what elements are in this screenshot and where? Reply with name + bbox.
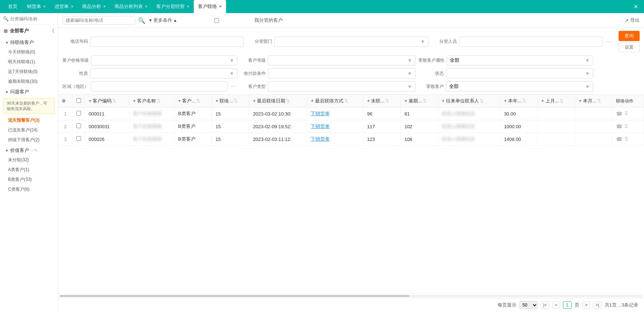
row-checkbox[interactable] [76,111,81,116]
more-conditions-button[interactable]: ▼ 更多条件 ▲ [148,17,177,24]
region-dots-icon[interactable]: ··· [230,83,237,90]
tab-sales-order[interactable]: 销货单 × [23,0,50,13]
my-customers-checkbox[interactable]: 我分管的客户 [180,17,283,24]
settings-button[interactable]: 设置 [619,42,640,52]
sidebar-item-today-contact[interactable]: 今天待联络(0) [0,47,58,57]
close-tab-product-analysis[interactable]: × [103,4,106,9]
scatter-attr-select[interactable]: 全部 ▼ [447,55,593,65]
phone-input[interactable] [90,37,244,47]
window-close-button[interactable]: ✕ [631,3,641,10]
next-page-button[interactable]: > [582,301,590,309]
scrollbar-track[interactable] [60,295,643,297]
sidebar-item-ungrouped[interactable]: 未分组(32) [0,155,58,165]
row-unit-contact: 联系人模糊信息 [438,133,500,146]
sidebar-group-pending-contact[interactable]: ▼ 待联络客户 [0,37,58,47]
arrow-icon-2: ▼ [5,90,9,94]
sidebar-item-7days-contact[interactable]: 近7天待联络(0) [0,67,58,77]
my-customers-check[interactable] [180,18,253,23]
close-tab-purchase-order[interactable]: × [71,4,73,9]
row-checkbox[interactable] [76,123,81,128]
customer-level-select[interactable]: ▼ [268,55,415,65]
close-tab-customer-tier[interactable]: × [187,4,189,9]
close-tab-product-analysis-list[interactable]: × [145,4,148,9]
sidebar-item-declining[interactable]: 持续下滑客户(2) [0,135,58,145]
search-button[interactable]: 🔍 [138,17,145,24]
row-last-method[interactable]: 下销货单 [307,133,363,146]
table-header-row: ⚙ + 客户编码⇅ + 客户名称⇅ + 客户...⇅ + 联络...⇅ + 最后… [58,95,644,108]
row-action-cell: ☎ ⠿ [612,120,644,133]
dept-arrow-icon: ▼ [420,39,425,44]
tab-customer-tier[interactable]: 客户分层经营 × [152,0,194,13]
payment-select[interactable]: ▼ [268,68,415,78]
row-action-cell: ☎ ⠿ [612,133,644,146]
row-unit-contact: 联系人模糊信息 [438,120,500,133]
search-input[interactable] [63,16,135,25]
table-area: ⚙ + 客户编码⇅ + 客户名称⇅ + 客户...⇅ + 联络...⇅ + 最后… [58,95,644,293]
toolbar: 🔍 ▼ 更多条件 ▲ 我分管的客户 ↗ 导出 [58,13,644,28]
first-page-button[interactable]: |< [541,301,550,309]
action-more-icon[interactable]: ⠿ [624,136,628,142]
all-customers-header[interactable]: ⊞ 全部客户 《 [0,25,58,37]
sidebar-item-class-b[interactable]: B类客户(33) [0,175,58,185]
sidebar-search-input[interactable] [10,16,58,21]
dept-select[interactable]: ▼ [274,37,428,47]
select-all-checkbox[interactable] [76,98,81,103]
region-select[interactable] [91,81,228,92]
arrow-icon: ▼ [5,41,9,45]
filter-field-nature: 性质 ▼ [63,68,237,78]
sidebar-group-value-customers[interactable]: ▼ 价值客户 ○ ✎ [0,145,58,155]
phone-label: 电话号码 [63,39,88,45]
manager-dots-icon[interactable]: ··· [605,39,613,45]
th-settings[interactable]: ⚙ [58,95,73,108]
action-more-icon[interactable]: ⠿ [624,111,628,117]
th-action: 联络动作 [612,95,644,108]
horizontal-scrollbar[interactable] [58,293,644,298]
prev-page-button[interactable]: < [552,301,560,309]
row-overdue: 108 [401,133,438,146]
status-select[interactable]: ▼ [446,68,593,78]
sidebar-item-overdue-contact[interactable]: 逾期未联络(30) [0,77,58,86]
tab-product-analysis-list[interactable]: 商品分析列表 × [110,0,152,13]
price-level-select[interactable]: ▼ [91,55,237,65]
sort-icon-unit-contact: ⇅ [480,98,484,104]
action-more-icon[interactable]: ⠿ [624,123,628,129]
query-button[interactable]: 查询 [619,31,640,41]
action-contact-icon[interactable]: ☎ [616,123,622,129]
sort-icon-this-month: ⇅ [597,98,601,104]
nature-select[interactable]: ▼ [90,68,237,78]
manager-select[interactable] [459,37,603,47]
sidebar-item-churned[interactable]: 已流失客户(24) [0,125,58,135]
sidebar-item-class-c[interactable]: C类客户(6) [0,185,58,194]
page-label: 页 [575,302,579,308]
customer-type-select[interactable]: ▼ [268,81,415,92]
scrollbar-thumb[interactable] [60,295,409,297]
action-contact-icon[interactable]: ☎ [616,136,622,142]
all-customers-label: 全部客户 [10,28,29,34]
top-navigation: 首页 销货单 × 进货单 × 商品分析 × 商品分析列表 × 客户分层经营 × … [0,0,644,13]
close-tab-sales-order[interactable]: × [43,4,46,9]
scatter-attr-value: 全部 [450,57,459,64]
row-last-method[interactable]: 下销货单 [307,108,363,120]
sidebar-group-problem-customers[interactable]: ▼ 问题客户 [0,86,58,97]
last-page-button[interactable]: >| [593,301,601,309]
home-tab[interactable]: 首页 [3,3,23,10]
row-checkbox[interactable] [76,136,81,141]
sidebar-item-class-a[interactable]: A类客户(1) [0,165,58,175]
sidebar-item-churn-warning[interactable]: 流失预警客户(3) [0,116,58,125]
tab-purchase-order[interactable]: 进货单 × [50,0,78,13]
sidebar-item-tomorrow-contact[interactable]: 明天待联络(1) [0,57,58,67]
scatter-customer-select[interactable]: 全部 ▼ [446,81,593,92]
tab-product-analysis[interactable]: 商品分析 × [78,0,110,13]
filter-field-dept: 分管部门 ▼ [247,37,428,47]
sort-icon-last-method: ⇅ [344,98,348,104]
row-number: 2 [58,120,73,133]
region-label: 区域（地区） [63,84,89,90]
close-tab-customer-contact[interactable]: × [219,4,222,9]
export-button[interactable]: ↗ 导出 [625,17,640,24]
tab-customer-contact[interactable]: 客户联络 × [194,0,226,13]
page-size-label: 每页显示 [498,302,516,308]
page-size-select[interactable]: 10 20 50 100 [519,301,538,309]
row-last-method[interactable]: 下销货单 [307,120,363,133]
th-checkbox [73,95,85,108]
action-contact-icon[interactable]: ☎ [616,111,622,117]
